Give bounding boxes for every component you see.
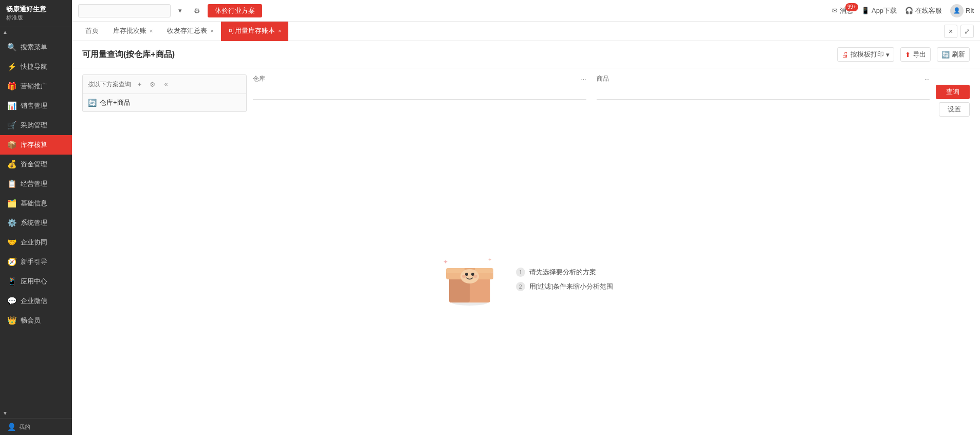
tabbar-actions: × ⤢	[944, 25, 974, 38]
sidebar-header: 畅康通好生意 标准版	[0, 0, 72, 27]
goods-input[interactable]	[597, 85, 930, 100]
sidebar-scroll-up[interactable]: ▲	[0, 27, 10, 37]
sidebar-item-enterprise-wechat[interactable]: 💬 企业微信	[0, 291, 72, 311]
tab-label: 收发存汇总表	[167, 26, 207, 35]
sidebar-item-label: 系统管理	[21, 218, 47, 228]
close-all-tabs-btn[interactable]: ×	[944, 25, 957, 38]
tab-recv-summary[interactable]: 收发存汇总表×	[160, 22, 220, 41]
export-btn[interactable]: ⬆ 导出	[900, 47, 931, 62]
marketing-promo-icon: 🎁	[7, 82, 16, 91]
tab-close-recv-summary[interactable]: ×	[210, 28, 213, 34]
topbar-app-download[interactable]: 📱 App下载	[861, 6, 897, 15]
empty-state: ✦ ✦ ✦ 1 请先选择要分析的方案 2 用[过滤]条件来缩小分析范围	[72, 123, 980, 435]
sidebar-item-shortcut[interactable]: ⚡ 快捷导航	[0, 57, 72, 77]
empty-content: ✦ ✦ ✦ 1 请先选择要分析的方案 2 用[过滤]条件来缩小分析范围	[439, 249, 613, 310]
sidebar-item-enterprise[interactable]: 🤝 企业协同	[0, 233, 72, 252]
sidebar-item-label: 营销推广	[21, 82, 47, 91]
tab-close-batch-account[interactable]: ×	[150, 28, 153, 34]
sidebar-item-purchase[interactable]: 🛒 采购管理	[0, 116, 72, 135]
filter-warehouse-label: 仓库 ···	[253, 74, 586, 83]
sidebar-item-vip[interactable]: 👑 畅会员	[0, 311, 72, 330]
filter-collapse-btn[interactable]: «	[161, 79, 171, 89]
sales-icon: 📊	[7, 101, 16, 110]
sidebar-item-label: 新手引导	[21, 257, 47, 267]
empty-hint-2: 2 用[过滤]条件来缩小分析范围	[516, 282, 613, 291]
sidebar-item-label: 库存核算	[21, 140, 47, 149]
sidebar: 畅康通好生意 标准版 ▲ 🔍 搜索菜单 ⚡ 快捷导航 🎁 营销推广 📊 销售管理…	[0, 0, 72, 435]
filter-scheme-header: 按以下方案查询 ＋ ⚙ «	[83, 75, 246, 94]
scheme-icon: 🔄	[88, 99, 97, 107]
tab-batch-account[interactable]: 库存批次账×	[106, 22, 160, 41]
main-area: ▾ ⚙ 体验行业方案 ✉ 消息 99+ 📱 App下载 🎧 在线客服 👤 Rit	[72, 0, 980, 435]
sidebar-item-newcomer[interactable]: 🧭 新手引导	[0, 252, 72, 272]
sidebar-item-system[interactable]: ⚙️ 系统管理	[0, 213, 72, 233]
experience-btn[interactable]: 体验行业方案	[208, 4, 262, 17]
expand-tab-btn[interactable]: ⤢	[960, 25, 974, 38]
empty-hints: 1 请先选择要分析的方案 2 用[过滤]条件来缩小分析范围	[516, 268, 613, 291]
page-header: 可用量查询(按仓库+商品) 🖨 按模板打印 ▾ ⬆ 导出 🔄 刷新	[72, 41, 980, 68]
sidebar-scroll-down[interactable]: ▼	[0, 408, 10, 418]
topbar-message[interactable]: ✉ 消息 99+	[832, 6, 853, 15]
enterprise-wechat-icon: 💬	[7, 296, 16, 306]
sidebar-item-app-center[interactable]: 📱 应用中心	[0, 272, 72, 291]
filter-add-btn[interactable]: ＋	[134, 79, 144, 89]
filter-scheme-panel: 按以下方案查询 ＋ ⚙ « 🔄 仓库+商品	[82, 74, 247, 112]
refresh-icon: 🔄	[941, 51, 950, 59]
filter-settings-icon[interactable]: ⚙	[147, 79, 158, 89]
sidebar-item-finance[interactable]: 💰 资金管理	[0, 155, 72, 174]
sidebar-item-label: 快捷导航	[21, 62, 47, 71]
sidebar-item-basic-info[interactable]: 🗂️ 基础信息	[0, 194, 72, 213]
sidebar-footer: 👤 我的	[0, 418, 72, 435]
page-header-actions: 🖨 按模板打印 ▾ ⬆ 导出 🔄 刷新	[837, 47, 970, 62]
sidebar-item-label: 经营管理	[21, 179, 47, 188]
sidebar-item-inventory[interactable]: 📦 库存核算	[0, 135, 72, 155]
topbar-search-input[interactable]	[78, 4, 171, 17]
svg-text:✦: ✦	[488, 257, 492, 262]
filter-goods-field: 商品 ···	[597, 74, 930, 100]
tab-close-available-ledger[interactable]: ×	[278, 28, 281, 34]
column-settings-btn[interactable]: 设置	[939, 102, 970, 117]
sidebar-item-label: 搜索菜单	[21, 43, 47, 52]
tab-label: 库存批次账	[113, 26, 146, 35]
tab-available-ledger[interactable]: 可用量库存账本×	[221, 22, 288, 41]
avatar: 👤	[950, 4, 964, 17]
topbar-user[interactable]: 👤 Rit	[950, 4, 974, 17]
scheme-label: 仓库+商品	[100, 98, 131, 107]
newcomer-icon: 🧭	[7, 257, 16, 267]
filter-area: 按以下方案查询 ＋ ⚙ « 🔄 仓库+商品 仓库 ···	[72, 68, 980, 123]
phone-icon: 📱	[861, 7, 870, 14]
sidebar-item-label: 企业微信	[21, 296, 47, 306]
tabbar: 首页库存批次账×收发存汇总表×可用量库存账本× × ⤢	[72, 22, 980, 41]
warehouse-more-btn[interactable]: ···	[581, 75, 586, 83]
topbar-customer-service[interactable]: 🎧 在线客服	[905, 6, 942, 15]
tab-label: 首页	[85, 26, 99, 35]
topbar: ▾ ⚙ 体验行业方案 ✉ 消息 99+ 📱 App下载 🎧 在线客服 👤 Rit	[72, 0, 980, 22]
svg-point-10	[473, 275, 477, 278]
tab-home[interactable]: 首页	[78, 22, 106, 41]
query-btn[interactable]: 查询	[936, 85, 970, 99]
page-title: 可用量查询(按仓库+商品)	[82, 49, 175, 60]
warehouse-input[interactable]	[253, 85, 586, 100]
sidebar-item-label: 基础信息	[21, 199, 47, 208]
operations-icon: 📋	[7, 179, 16, 188]
print-template-btn[interactable]: 🖨 按模板打印 ▾	[837, 47, 894, 62]
refresh-btn[interactable]: 🔄 刷新	[937, 47, 970, 62]
sidebar-item-operations[interactable]: 📋 经营管理	[0, 174, 72, 194]
topbar-dropdown-btn[interactable]: ▾	[174, 5, 186, 17]
dropdown-arrow-icon: ▾	[886, 51, 890, 59]
sidebar-item-marketing-promo[interactable]: 🎁 营销推广	[0, 77, 72, 96]
sidebar-item-label: 企业协同	[21, 238, 47, 247]
svg-text:✦: ✦	[490, 271, 494, 275]
svg-point-9	[462, 275, 466, 278]
topbar-gear-icon[interactable]: ⚙	[190, 4, 204, 17]
goods-more-btn[interactable]: ···	[924, 75, 930, 83]
topbar-search-area: ▾	[78, 4, 186, 17]
sidebar-item-search[interactable]: 🔍 搜索菜单	[0, 37, 72, 57]
sidebar-item-sales[interactable]: 📊 销售管理	[0, 96, 72, 116]
svg-text:✦: ✦	[443, 258, 448, 266]
purchase-icon: 🛒	[7, 121, 16, 130]
filter-scheme-item[interactable]: 🔄 仓库+商品	[83, 94, 246, 111]
vip-icon: 👑	[7, 316, 16, 325]
message-icon: ✉	[832, 7, 838, 14]
filter-scheme-title: 按以下方案查询	[88, 80, 131, 89]
